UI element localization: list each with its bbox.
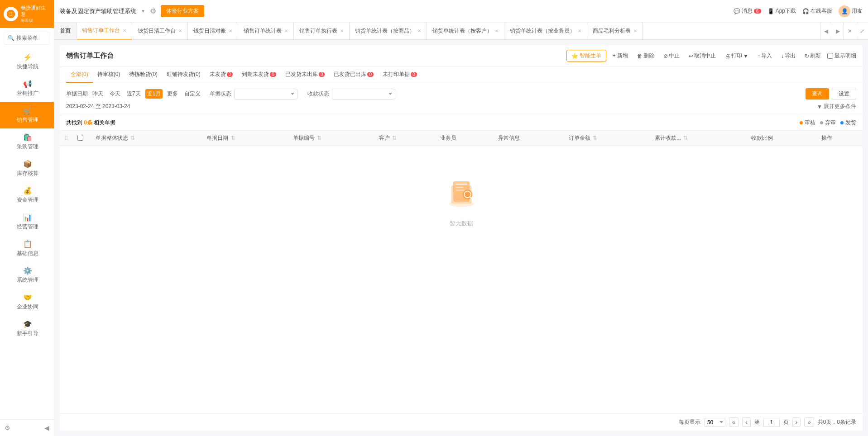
- amount-sort-icon[interactable]: ⇅: [593, 135, 597, 141]
- select-all-checkbox[interactable]: [77, 135, 83, 141]
- tab-product-margin[interactable]: 商品毛利分析表 ✕: [587, 23, 643, 40]
- page-size-select[interactable]: 20 50 100: [704, 418, 725, 427]
- sidebar-item-guide[interactable]: 🎓 新手引导: [0, 315, 54, 342]
- sidebar-item-cooperation[interactable]: 🤝 企业协同: [0, 289, 54, 315]
- main-table: ⠿ 单据整体状态 ⇅ 单据日期 ⇅ 单据编号: [60, 131, 863, 255]
- stop-button[interactable]: ⊘ 中止: [661, 50, 682, 62]
- date-opt-today[interactable]: 今天: [108, 89, 122, 99]
- col-customer: 客户 ⇅: [374, 131, 436, 146]
- export-button[interactable]: ↓ 导出: [778, 50, 798, 62]
- cancel-stop-button[interactable]: ↩ 取消中止: [686, 50, 719, 62]
- add-button[interactable]: + 新增: [610, 50, 631, 62]
- sub-tab-wangpu[interactable]: 旺铺待发货(0): [162, 67, 205, 83]
- topbar-settings-icon[interactable]: ⚙: [150, 7, 156, 15]
- tab-sales-stats[interactable]: 销售订单统计表 ✕: [238, 23, 294, 40]
- tab-cash-daily-close[interactable]: ✕: [178, 28, 182, 33]
- sidebar-item-sales[interactable]: 🛒 销售管理: [0, 102, 54, 128]
- ship-button[interactable]: 发货: [840, 119, 856, 127]
- settings-button[interactable]: 设置: [832, 88, 856, 100]
- tab-scroll-left[interactable]: ◀: [820, 23, 832, 40]
- sub-tab-all[interactable]: 全部(0): [66, 67, 93, 83]
- delete-button[interactable]: 🗑 删除: [634, 50, 657, 62]
- sub-tab-unprinted[interactable]: 未打印单据0: [378, 67, 422, 83]
- tab-sales-order-close[interactable]: ✕: [123, 28, 126, 33]
- sidebar-item-system[interactable]: ⚙️ 系统管理: [0, 262, 54, 289]
- app-download-label: App下载: [776, 7, 796, 15]
- tab-scroll-right[interactable]: ▶: [832, 23, 844, 40]
- date-opt-more[interactable]: 更多: [165, 89, 180, 99]
- sidebar-item-quick-nav[interactable]: ⚡ 快捷导航: [0, 48, 54, 75]
- show-detail-checkbox[interactable]: [827, 53, 833, 59]
- sub-tab-shipped-in[interactable]: 已发货已出库0: [329, 67, 378, 83]
- sidebar-item-marketing[interactable]: 📢 营销推广: [0, 75, 54, 102]
- sub-tab-shipped-out[interactable]: 已发货未出库0: [281, 67, 330, 83]
- last-page-button[interactable]: »: [804, 417, 814, 427]
- sidebar-collapse-button[interactable]: ◀: [44, 424, 49, 431]
- first-page-button[interactable]: «: [729, 417, 739, 427]
- collected-sort-icon[interactable]: ⇅: [683, 135, 688, 141]
- sub-tab-pending[interactable]: 待审核(0): [93, 67, 125, 83]
- sidebar-item-finance[interactable]: 💰 资金管理: [0, 182, 54, 209]
- show-detail-checkbox-label[interactable]: 显示明细: [827, 52, 856, 60]
- sub-tab-pending-check[interactable]: 待拣验货(0): [125, 67, 162, 83]
- date-opt-7days[interactable]: 近7天: [125, 89, 143, 99]
- message-button[interactable]: 💬 消息 6: [734, 7, 761, 15]
- approve-button[interactable]: 审核: [800, 119, 815, 127]
- trial-button[interactable]: 体验行业方案: [161, 5, 204, 17]
- customer-sort-icon[interactable]: ⇅: [392, 135, 397, 141]
- tab-sales-order[interactable]: 销售订单工作台 ✕: [77, 23, 132, 40]
- sidebar-item-basic[interactable]: 📋 基础信息: [0, 235, 54, 262]
- search-menu-label: 搜索菜单: [16, 34, 38, 42]
- date-opt-custom[interactable]: 自定义: [182, 89, 202, 99]
- search-menu-button[interactable]: 🔍 搜索菜单: [4, 32, 50, 45]
- operation-label: 经营管理: [17, 223, 38, 231]
- tab-sales-exec[interactable]: 销售订单执行表 ✕: [294, 23, 350, 40]
- payment-select[interactable]: [332, 89, 395, 100]
- tab-sales-stat-product[interactable]: 销货单统计表（按商品） ✕: [350, 23, 427, 40]
- cancel-stop-icon: ↩: [689, 53, 693, 59]
- status-sort-icon[interactable]: ⇅: [130, 135, 135, 141]
- number-sort-icon[interactable]: ⇅: [317, 135, 321, 141]
- import-button[interactable]: ↑ 导入: [755, 50, 775, 62]
- app-download-button[interactable]: 📱 App下载: [767, 7, 796, 15]
- date-opt-yesterday[interactable]: 昨天: [91, 89, 105, 99]
- tab-close-current[interactable]: ✕: [844, 23, 856, 40]
- expand-button[interactable]: ▼ 展开更多条件: [817, 103, 856, 110]
- sub-tab-expired[interactable]: 到期未发货0: [237, 67, 281, 83]
- tab-sales-stat-staff[interactable]: 销货单统计表（按业务员） ✕: [504, 23, 587, 40]
- query-button[interactable]: 查询: [806, 88, 829, 100]
- tab-sales-stats-close[interactable]: ✕: [284, 28, 288, 33]
- print-button[interactable]: 🖨 打印 ▼: [722, 50, 751, 62]
- sub-tab-unshipped[interactable]: 未发货0: [205, 67, 238, 83]
- tab-cash-daily[interactable]: 钱货日清工作台 ✕: [132, 23, 188, 40]
- tab-cash-reconcile[interactable]: 钱货日清对账 ✕: [188, 23, 238, 40]
- sub-tab-all-label: 全部: [71, 71, 82, 77]
- approve-dot: [800, 121, 803, 124]
- sidebar-item-operation[interactable]: 📊 经营管理: [0, 209, 54, 235]
- unapprove-button[interactable]: 弃审: [820, 119, 836, 127]
- prev-page-button[interactable]: ‹: [742, 417, 750, 427]
- tab-sales-stat-customer-close[interactable]: ✕: [495, 28, 499, 33]
- status-select[interactable]: [234, 89, 297, 100]
- date-opt-1month[interactable]: 近1月: [145, 89, 163, 99]
- sidebar-item-purchase[interactable]: 🛍️ 采购管理: [0, 128, 54, 155]
- date-sort-icon[interactable]: ⇅: [231, 135, 235, 141]
- page-input[interactable]: [763, 418, 780, 427]
- refresh-button[interactable]: ↻ 刷新: [802, 50, 824, 62]
- tab-cash-reconcile-close[interactable]: ✕: [229, 28, 232, 33]
- ship-dot: [840, 121, 844, 124]
- tab-sales-stat-product-close[interactable]: ✕: [417, 28, 421, 33]
- tab-sales-exec-close[interactable]: ✕: [340, 28, 344, 33]
- tab-home[interactable]: 首页: [54, 23, 77, 40]
- tab-product-margin-close[interactable]: ✕: [633, 28, 637, 33]
- sidebar-settings-button[interactable]: ⚙: [5, 424, 10, 431]
- tab-sales-stat-staff-close[interactable]: ✕: [578, 28, 581, 33]
- smart-order-button[interactable]: ⭐ 智能生单: [566, 50, 606, 62]
- tab-sales-stat-customer[interactable]: 销货单统计表（按客户） ✕: [427, 23, 504, 40]
- sidebar-item-inventory[interactable]: 📦 库存核算: [0, 155, 54, 182]
- date-filter: 单据日期 昨天 今天 近7天 近1月 更多 自定义: [66, 89, 202, 99]
- online-service-button[interactable]: 🎧 在线客服: [802, 7, 832, 15]
- next-page-button[interactable]: ›: [792, 417, 801, 427]
- user-profile-button[interactable]: 👤 用友: [839, 5, 863, 17]
- tab-maximize[interactable]: ⤢: [856, 23, 868, 40]
